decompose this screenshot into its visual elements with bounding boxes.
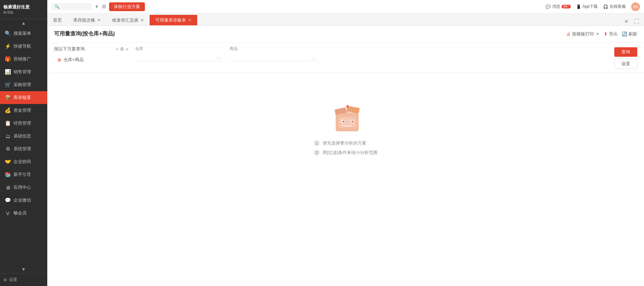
sidebar-header: 畅康通好生意 标准版 <box>0 0 47 19</box>
chat-icon: 💬 <box>5 197 11 203</box>
export-icon: ⬆ <box>604 31 608 36</box>
book-icon: 📚 <box>5 172 11 178</box>
query-button[interactable]: 查询 <box>614 47 637 57</box>
app-download-action[interactable]: 📱 App下载 <box>576 4 598 9</box>
tab-available-inventory-label: 可用量库存账本 <box>155 17 186 23</box>
sidebar-settings-label: 设置 <box>9 277 17 283</box>
search-box[interactable]: 🔍 <box>51 3 92 10</box>
filter-warehouse: 仓库 ... <box>135 46 223 61</box>
empty-hint-1: 1 请先选择要分析的方案 <box>314 140 378 146</box>
sidebar-item-label: 企业协同 <box>14 159 31 165</box>
tab-home[interactable]: 首页 <box>47 15 68 25</box>
sidebar-item-label: 应用中心 <box>14 184 31 190</box>
print-icon: 🖨 <box>566 31 571 36</box>
sidebar-item-new-guide[interactable]: 📚 新手引导 <box>0 168 47 181</box>
tab-close-button[interactable]: ✕ <box>622 18 630 25</box>
lightning-icon: ⚡ <box>5 43 11 49</box>
tab-available-inventory[interactable]: 可用量库存账本 ✕ <box>150 15 197 25</box>
brand-name: 畅康通好生意 <box>3 4 44 10</box>
search-icon: 🔍 <box>5 30 11 36</box>
sidebar-item-label: 采购管理 <box>14 82 31 88</box>
tab-batch-account-close[interactable]: ✕ <box>97 18 101 23</box>
sidebar-item-label: 畅会员 <box>14 210 27 216</box>
sidebar-item-quick-nav[interactable]: ⚡ 快捷导航 <box>0 40 47 53</box>
export-button[interactable]: ⬆ 导出 <box>604 31 618 37</box>
brand-edition: 标准版 <box>3 10 44 15</box>
sidebar-item-enterprise-wechat[interactable]: 💬 企业微信 <box>0 194 47 207</box>
tab-batch-account[interactable]: 库存批次账 ✕ <box>68 15 106 25</box>
scheme-header-label: 按以下方案查询 <box>54 46 85 52</box>
gear-icon: ⚙ <box>3 278 7 282</box>
filter-goods: 商品 ... <box>230 46 317 61</box>
scheme-item-label: 仓库+商品 <box>63 57 84 63</box>
refresh-icon: 🔄 <box>622 31 627 36</box>
sidebar-item-sales[interactable]: 📊 销售管理 <box>0 66 47 78</box>
gear-icon[interactable]: ⚙ <box>102 3 106 10</box>
scheme-collapse-button[interactable]: « <box>126 46 128 52</box>
filter-warehouse-input[interactable]: ... <box>135 53 223 61</box>
sidebar-item-base-info[interactable]: 🗂 基础信息 <box>0 130 47 142</box>
top-bar: 🔍 ▼ ⚙ 体验行业方案 💬 消息 99+ 📱 App下载 🎧 在 <box>47 0 644 14</box>
industry-solution-button[interactable]: 体验行业方案 <box>109 2 145 11</box>
svg-point-6 <box>342 121 344 123</box>
filter-goods-input[interactable]: ... <box>230 53 317 61</box>
sidebar-item-purchase[interactable]: 🛒 采购管理 <box>0 78 47 91</box>
dropdown-icon[interactable]: ▼ <box>95 4 99 9</box>
export-label: 导出 <box>609 31 618 37</box>
message-label: 消息 <box>552 4 560 9</box>
page-content: 可用量查询(按仓库+商品) 🖨 按模板打印 ▼ ⬆ 导出 🔄 刷新 <box>47 26 644 286</box>
goods-more-button[interactable]: ... <box>311 54 315 59</box>
svg-point-9 <box>346 105 349 108</box>
goods-input-field[interactable] <box>232 54 309 59</box>
empty-hints: 1 请先选择要分析的方案 2 用[过滤]条件来缩小分析范围 <box>314 140 378 156</box>
online-service-label: 在线客服 <box>610 4 626 9</box>
sidebar-item-label: 新手引导 <box>14 172 31 178</box>
tab-receipt-summary[interactable]: 收发存汇总表 ✕ <box>106 15 150 25</box>
message-action[interactable]: 💬 消息 99+ <box>546 4 571 9</box>
sidebar-footer[interactable]: ⚙ 设置 <box>0 273 47 286</box>
online-service-action[interactable]: 🎧 在线客服 <box>603 4 626 9</box>
sidebar-item-label: 营销推广 <box>14 56 31 62</box>
tabs-controls: ✕ ⛶ <box>619 18 644 25</box>
top-bar-actions: 💬 消息 99+ 📱 App下载 🎧 在线客服 Rit <box>546 2 640 11</box>
sidebar-item-inventory[interactable]: 📦 库存核算 <box>0 91 47 104</box>
tab-batch-account-label: 库存批次账 <box>73 17 95 23</box>
box-icon: 📦 <box>5 95 11 101</box>
query-filters: 仓库 ... 商品 ... <box>135 46 608 61</box>
print-dropdown-icon[interactable]: ▼ <box>595 31 600 36</box>
sidebar-item-marketing[interactable]: 🎁 营销推广 <box>0 53 47 66</box>
scheme-item-warehouse-goods[interactable]: ⊕ 仓库+商品 <box>54 55 128 65</box>
sidebar-item-operation[interactable]: 📋 经营管理 <box>0 117 47 130</box>
tab-expand-button[interactable]: ⛶ <box>632 18 641 25</box>
scheme-add-button[interactable]: + <box>116 46 119 52</box>
refresh-label: 刷新 <box>628 31 637 37</box>
tab-home-label: 首页 <box>53 17 62 23</box>
print-template-button[interactable]: 🖨 按模板打印 ▼ <box>566 31 600 37</box>
sidebar-scroll-down[interactable]: ▼ <box>0 265 47 273</box>
sidebar-item-system[interactable]: ⚙ 系统管理 <box>0 142 47 155</box>
query-panel: 按以下方案查询 + ⚙ « ⊕ 仓库+商品 仓库 <box>47 43 644 73</box>
tab-available-inventory-close[interactable]: ✕ <box>188 18 191 23</box>
sidebar-item-label: 搜索菜单 <box>14 30 31 36</box>
sidebar-item-enterprise[interactable]: 🤝 企业协同 <box>0 155 47 168</box>
sidebar-item-vip[interactable]: V 畅会员 <box>0 207 47 219</box>
hint-num-1: 1 <box>314 140 320 146</box>
tab-receipt-summary-close[interactable]: ✕ <box>140 18 144 23</box>
settings-button[interactable]: 设置 <box>614 59 637 69</box>
sidebar-scroll-up[interactable]: ▲ <box>0 19 47 27</box>
gift-icon: 🎁 <box>5 56 11 62</box>
scheme-item-icon: ⊕ <box>57 57 61 62</box>
filter-warehouse-label: 仓库 <box>135 46 223 52</box>
message-badge: 99+ <box>562 5 571 8</box>
sidebar-item-finance[interactable]: 💰 资金管理 <box>0 104 47 117</box>
user-avatar[interactable]: Rit <box>631 2 640 11</box>
refresh-button[interactable]: 🔄 刷新 <box>622 31 637 37</box>
sidebar-item-app-center[interactable]: 🖥 应用中心 <box>0 181 47 194</box>
sidebar-item-search[interactable]: 🔍 搜索菜单 <box>0 27 47 40</box>
warehouse-more-button[interactable]: ... <box>216 54 220 59</box>
handshake-icon: 🤝 <box>5 159 11 165</box>
vip-icon: V <box>5 210 11 216</box>
scheme-settings-button[interactable]: ⚙ <box>120 46 124 52</box>
page-title: 可用量查询(按仓库+商品) <box>54 30 115 37</box>
warehouse-input-field[interactable] <box>138 54 214 59</box>
